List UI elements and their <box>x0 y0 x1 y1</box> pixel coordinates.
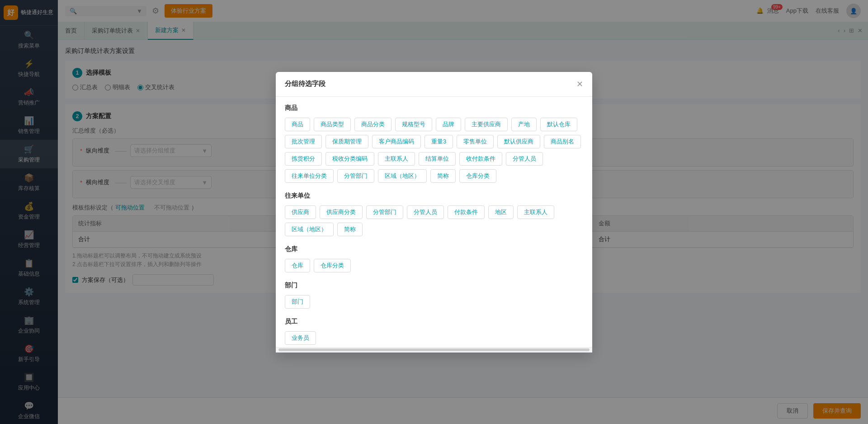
field-tag-partner-4[interactable]: 付款条件 <box>448 205 485 219</box>
field-tag-product-7[interactable]: 默认仓库 <box>540 118 577 131</box>
modal-title: 分组待选字段 <box>285 80 326 88</box>
field-group-title-department: 部门 <box>285 281 583 290</box>
field-tag-product-11[interactable]: 重量3 <box>425 135 453 148</box>
field-tag-employee-0[interactable]: 业务员 <box>285 331 316 345</box>
field-group-product: 商品商品商品类型商品分类规格型号品牌主要供应商产地默认仓库批次管理保质期管理客户… <box>285 104 583 183</box>
field-tag-product-22[interactable]: 分管部门 <box>337 169 374 183</box>
field-tag-product-17[interactable]: 主联系人 <box>378 152 415 166</box>
field-tag-product-19[interactable]: 收付款条件 <box>459 152 502 166</box>
field-tag-product-4[interactable]: 品牌 <box>436 118 461 131</box>
field-tag-department-0[interactable]: 部门 <box>285 295 310 309</box>
field-tag-warehouse-1[interactable]: 仓库分类 <box>314 259 351 272</box>
field-group-title-employee: 员工 <box>285 318 583 326</box>
field-tag-partner-7[interactable]: 区域（地区） <box>285 223 334 236</box>
field-tag-product-3[interactable]: 规格型号 <box>395 118 432 131</box>
field-tag-product-16[interactable]: 税收分类编码 <box>326 152 374 166</box>
field-tag-warehouse-0[interactable]: 仓库 <box>285 259 310 272</box>
field-group-title-warehouse: 仓库 <box>285 245 583 253</box>
field-tag-product-20[interactable]: 分管人员 <box>506 152 543 166</box>
field-group-title-partner: 往来单位 <box>285 192 583 200</box>
modal-body: 商品商品商品类型商品分类规格型号品牌主要供应商产地默认仓库批次管理保质期管理客户… <box>276 97 592 347</box>
field-tags-employee: 业务员 <box>285 331 583 345</box>
field-tag-partner-8[interactable]: 简称 <box>337 223 363 236</box>
field-tag-product-12[interactable]: 零售单位 <box>457 135 494 148</box>
field-select-modal: 分组待选字段 ✕ 商品商品商品类型商品分类规格型号品牌主要供应商产地默认仓库批次… <box>276 72 592 353</box>
modal-horizontal-scrollbar[interactable] <box>276 347 592 353</box>
field-tags-department: 部门 <box>285 295 583 309</box>
field-tag-partner-2[interactable]: 分管部门 <box>366 205 403 219</box>
field-tag-product-1[interactable]: 商品类型 <box>314 118 351 131</box>
field-tag-product-2[interactable]: 商品分类 <box>354 118 392 131</box>
field-group-title-product: 商品 <box>285 104 583 112</box>
field-tag-product-23[interactable]: 区域（地区） <box>378 169 427 183</box>
field-tag-product-9[interactable]: 保质期管理 <box>326 135 368 148</box>
field-tag-product-5[interactable]: 主要供应商 <box>465 118 508 131</box>
modal-overlay: 分组待选字段 ✕ 商品商品商品类型商品分类规格型号品牌主要供应商产地默认仓库批次… <box>0 0 868 424</box>
field-tag-product-15[interactable]: 拣货积分 <box>285 152 322 166</box>
field-tag-partner-0[interactable]: 供应商 <box>285 205 316 219</box>
field-group-warehouse: 仓库仓库仓库分类 <box>285 245 583 272</box>
field-tag-product-13[interactable]: 默认供应商 <box>497 135 540 148</box>
field-tag-partner-1[interactable]: 供应商分类 <box>320 205 363 219</box>
field-tag-partner-5[interactable]: 地区 <box>488 205 514 219</box>
field-tag-product-21[interactable]: 往来单位分类 <box>285 169 334 183</box>
field-tag-product-14[interactable]: 商品别名 <box>544 135 581 148</box>
field-tags-warehouse: 仓库仓库分类 <box>285 259 583 272</box>
field-tags-product: 商品商品类型商品分类规格型号品牌主要供应商产地默认仓库批次管理保质期管理客户商品… <box>285 118 583 183</box>
modal-header: 分组待选字段 ✕ <box>276 72 592 97</box>
modal-close-btn[interactable]: ✕ <box>576 79 583 89</box>
scroll-thumb[interactable] <box>278 348 590 351</box>
field-tags-partner: 供应商供应商分类分管部门分管人员付款条件地区主联系人区域（地区）简称 <box>285 205 583 236</box>
field-tag-product-6[interactable]: 产地 <box>511 118 537 131</box>
field-tag-product-8[interactable]: 批次管理 <box>285 135 322 148</box>
field-group-department: 部门部门 <box>285 281 583 309</box>
field-tag-product-18[interactable]: 结算单位 <box>419 152 456 166</box>
field-tag-partner-6[interactable]: 主联系人 <box>517 205 554 219</box>
field-tag-product-24[interactable]: 简称 <box>430 169 456 183</box>
field-tag-partner-3[interactable]: 分管人员 <box>407 205 444 219</box>
field-tag-product-0[interactable]: 商品 <box>285 118 310 131</box>
field-group-employee: 员工业务员 <box>285 318 583 345</box>
field-group-partner: 往来单位供应商供应商分类分管部门分管人员付款条件地区主联系人区域（地区）简称 <box>285 192 583 236</box>
field-tag-product-25[interactable]: 仓库分类 <box>459 169 496 183</box>
field-tag-product-10[interactable]: 客户商品编码 <box>372 135 421 148</box>
